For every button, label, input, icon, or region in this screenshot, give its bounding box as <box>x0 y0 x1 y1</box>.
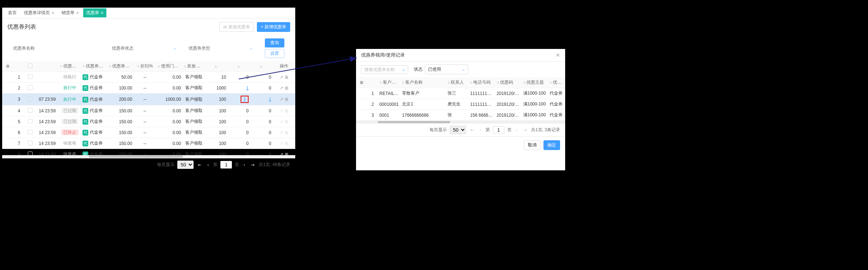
filter-type-select[interactable]: ⌄ <box>212 45 254 52</box>
qrcode-icon[interactable]: ⊞ <box>285 141 288 146</box>
share-icon[interactable]: ↗ <box>280 130 283 135</box>
qrcode-icon[interactable]: ⊞ <box>285 130 288 135</box>
table-row[interactable]: 8 14 23:59 待发布 代代金券 150.00 -- 0.00 客户领取 … <box>2 149 295 155</box>
table-row[interactable]: 4 14 23:59 已过期 代代金券 150.00 -- 0.00 客户领取 … <box>2 105 295 116</box>
share-icon[interactable]: ↗ <box>280 75 283 80</box>
share-icon[interactable]: ↗ <box>280 141 283 146</box>
page-number-input[interactable] <box>220 161 232 169</box>
claim-count-link[interactable]: 3 <box>241 96 249 103</box>
table-row[interactable]: 7 14 23:59 待发布 代代金券 150.00 -- 0.00 客户领取 … <box>2 138 295 149</box>
qrcode-icon[interactable]: ⊞ <box>285 152 288 155</box>
row-checkbox[interactable] <box>28 96 33 101</box>
horizontal-scrollbar[interactable] <box>356 121 565 124</box>
sort-icon[interactable]: ⇅ <box>215 65 217 68</box>
claim-count-link[interactable]: 1 <box>246 86 249 91</box>
sort-icon[interactable]: ⇅ <box>82 65 85 68</box>
tab[interactable]: 优惠券✕ <box>83 8 106 17</box>
modal-status-select[interactable]: 已使用 ⌄ <box>425 65 468 74</box>
row-checkbox[interactable] <box>28 108 33 113</box>
select-all-checkbox[interactable] <box>28 63 33 68</box>
sort-icon[interactable]: ⇅ <box>137 65 140 68</box>
first-page-button[interactable]: ⇤ <box>469 128 475 133</box>
use-count-link[interactable]: 1 <box>269 97 271 102</box>
page-size-select[interactable]: 50 <box>450 126 466 134</box>
gear-icon[interactable]: ⚙ <box>6 64 10 69</box>
confirm-button[interactable]: 确定 <box>543 140 560 150</box>
sort-icon[interactable]: ⇅ <box>550 81 552 84</box>
discount-cell: -- <box>134 149 156 155</box>
share-icon[interactable]: ↗ <box>280 97 283 102</box>
tab[interactable]: 销货单✕ <box>59 8 82 17</box>
table-row[interactable]: 3 0001 17666666666 张 156 6666 6… 2019120… <box>356 110 565 121</box>
first-page-button[interactable]: ⇤ <box>196 162 203 167</box>
qrcode-icon[interactable]: ⊞ <box>285 97 288 102</box>
add-coupon-button[interactable]: + 新增优惠券 <box>257 22 290 32</box>
share-icon[interactable]: ↗ <box>280 119 283 124</box>
row-checkbox[interactable] <box>28 141 33 145</box>
tab[interactable]: 优惠券详情页✕ <box>21 8 57 17</box>
sort-icon[interactable]: ⇅ <box>184 65 186 68</box>
sort-icon[interactable]: ⇅ <box>158 65 160 68</box>
settings-button[interactable]: 设置 <box>265 49 284 58</box>
type-label: 代金券 <box>90 119 103 124</box>
contact-name: 唐先生 <box>446 99 469 110</box>
value-cell: 50.00 <box>107 72 134 83</box>
tab[interactable]: 首页 <box>5 8 20 17</box>
row-checkbox[interactable] <box>28 151 33 155</box>
sort-icon[interactable]: ⇅ <box>60 65 63 68</box>
last-page-button[interactable]: ⇥ <box>522 128 528 133</box>
table-row[interactable]: 3 07 23:59 执行中 代代金券 200.00 -- 1000.00 客户… <box>2 94 295 105</box>
sort-icon[interactable]: ⇅ <box>260 65 262 68</box>
page-size-select[interactable]: 50 <box>177 161 194 169</box>
issue-coupon-button[interactable]: ✉ 发放优惠券 <box>219 22 254 32</box>
sort-icon[interactable]: ⇅ <box>497 81 499 84</box>
row-checkbox[interactable] <box>28 119 33 124</box>
table-row[interactable]: 1 RETAIL… 零散客户 张三 11111111111 2019120/70… <box>356 88 565 99</box>
close-icon[interactable]: ✕ <box>556 52 560 58</box>
prev-page-button[interactable]: ‹ <box>478 128 483 133</box>
filter-type-label: 优惠券类型 <box>189 45 210 51</box>
type-badge-icon: 代 <box>82 130 88 136</box>
share-icon[interactable]: ↗ <box>280 152 283 155</box>
table-row[interactable]: 5 14 23:59 已过期 代代金券 150.00 -- 0.00 客户领取 … <box>2 116 295 127</box>
filter-name-input[interactable] <box>37 44 101 53</box>
page-number-input[interactable] <box>493 126 504 134</box>
close-icon[interactable]: ✕ <box>101 11 103 15</box>
method-cell: 客户领取 <box>182 138 205 149</box>
prev-page-button[interactable]: ‹ <box>206 162 210 167</box>
table-row[interactable]: 1 待执行 代代金券 50.00 -- 0.00 客户领取 10 0 0 ↗⊞ <box>2 72 295 83</box>
usage-record-modal: 优惠券领用/使用记录 ✕ ⌕ 状态 已使用 ⌄ ⚙ ⇅客户… ⇅客户名称 ⇅联系… <box>356 49 565 170</box>
sort-icon[interactable]: ⇅ <box>237 65 240 68</box>
table-row[interactable]: 2 00010001 北京1 唐先生 11111111111 2019120/7… <box>356 99 565 110</box>
share-icon[interactable]: ↗ <box>280 108 283 113</box>
row-checkbox[interactable] <box>28 130 33 134</box>
table-row[interactable]: 2 执行中 代代金券 100.00 -- 0.00 客户领取 1000 1 0 … <box>2 83 295 94</box>
sort-icon[interactable]: ⇅ <box>109 65 111 68</box>
sort-icon[interactable]: ⇅ <box>448 81 450 84</box>
qrcode-icon[interactable]: ⊞ <box>285 75 288 80</box>
sort-icon[interactable]: ⇅ <box>402 81 405 84</box>
horizontal-scrollbar[interactable] <box>2 155 295 158</box>
cancel-button[interactable]: 取消 <box>524 140 541 150</box>
filter-status-select[interactable]: ⌄ <box>136 45 178 52</box>
table-row[interactable]: 6 14 23:59 已终止 代代金券 150.00 -- 0.00 客户领取 … <box>2 127 295 138</box>
next-page-button[interactable]: › <box>242 162 246 167</box>
row-checkbox[interactable] <box>28 85 33 90</box>
qrcode-icon[interactable]: ⊞ <box>285 108 288 113</box>
time-cell: 14 23:59 <box>36 105 58 116</box>
share-icon[interactable]: ↗ <box>280 86 283 91</box>
sort-icon[interactable]: ⇅ <box>470 81 473 84</box>
last-page-button[interactable]: ⇥ <box>249 162 256 167</box>
sort-icon[interactable]: ⇅ <box>380 81 382 84</box>
search-button[interactable]: 查询 <box>265 38 284 47</box>
qrcode-icon[interactable]: ⊞ <box>285 86 288 91</box>
threshold-cell: 0.00 <box>156 116 183 127</box>
sort-icon[interactable]: ⇅ <box>523 81 526 84</box>
next-page-button[interactable]: › <box>515 128 519 133</box>
gear-icon[interactable]: ⚙ <box>360 80 364 85</box>
qrcode-icon[interactable]: ⊞ <box>285 119 288 124</box>
close-icon[interactable]: ✕ <box>51 11 54 15</box>
modal-search-input[interactable]: ⌕ <box>361 65 408 74</box>
close-icon[interactable]: ✕ <box>76 11 79 15</box>
row-checkbox[interactable] <box>28 74 33 79</box>
